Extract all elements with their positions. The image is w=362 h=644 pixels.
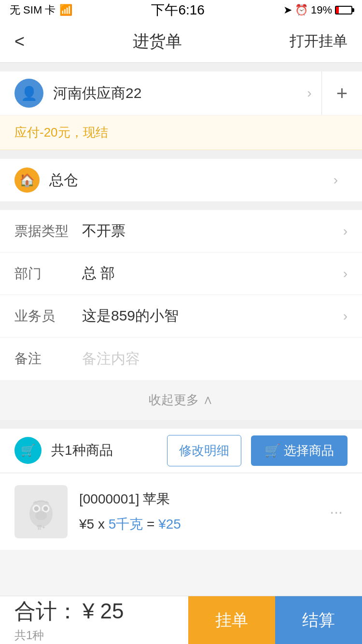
supplier-row[interactable]: 👤 河南供应商22 › bbox=[14, 71, 322, 115]
ticket-type-label: 票据类型 bbox=[14, 222, 82, 240]
section-gap-4 bbox=[0, 420, 362, 429]
product-more-button[interactable]: ··· bbox=[325, 498, 348, 526]
status-time: 下午6:16 bbox=[151, 1, 205, 19]
footer: 合计： ¥ 25 共1种 挂单 结算 bbox=[0, 596, 362, 644]
select-product-button[interactable]: 🛒 选择商品 bbox=[251, 435, 348, 466]
svg-text:管+: 管+ bbox=[37, 524, 45, 530]
status-carrier: 无 SIM 卡 📶 bbox=[10, 3, 72, 17]
salesman-row[interactable]: 业务员 这是859的小智 › bbox=[0, 295, 362, 337]
equals-sign: = bbox=[147, 517, 158, 532]
remark-row[interactable]: 备注 备注内容 bbox=[0, 337, 362, 380]
product-total: ¥25 bbox=[158, 517, 181, 532]
footer-spacer bbox=[0, 550, 362, 598]
select-product-label: 选择商品 bbox=[284, 442, 334, 459]
department-label: 部门 bbox=[14, 265, 82, 283]
wifi-icon: 📶 bbox=[59, 4, 72, 16]
status-indicators: ➤ ⏰ 19% bbox=[283, 4, 352, 16]
section-gap-1 bbox=[0, 63, 362, 71]
product-unit-price: ¥5 bbox=[79, 517, 94, 532]
cart-icon: 🛒 bbox=[21, 444, 35, 457]
product-count: 共1种商品 bbox=[51, 441, 157, 460]
section-gap-3 bbox=[0, 201, 362, 210]
status-bar: 无 SIM 卡 📶 下午6:16 ➤ ⏰ 19% bbox=[0, 0, 362, 20]
supplier-section: 👤 河南供应商22 › + bbox=[0, 71, 362, 115]
product-code: [0000001] bbox=[79, 491, 139, 506]
remark-label: 备注 bbox=[14, 350, 82, 368]
battery-percent: 19% bbox=[311, 4, 332, 16]
battery-icon bbox=[335, 6, 352, 14]
warehouse-icon-symbol: 🏠 bbox=[19, 173, 35, 188]
edit-detail-button[interactable]: 修改明细 bbox=[167, 435, 241, 466]
supplier-chevron-icon: › bbox=[307, 85, 311, 101]
footer-amount: 合计： ¥ 25 bbox=[14, 597, 174, 626]
location-icon: ➤ bbox=[283, 4, 292, 16]
checkout-button[interactable]: 结算 bbox=[275, 596, 362, 644]
product-info: [0000001] 苹果 ¥5 x 5千克 = ¥25 bbox=[79, 490, 313, 533]
supplier-name: 河南供应商22 bbox=[53, 84, 297, 103]
avatar-icon: 👤 bbox=[21, 85, 38, 101]
svg-point-3 bbox=[34, 506, 39, 511]
warehouse-row[interactable]: 🏠 总仓 › bbox=[0, 159, 362, 201]
department-row[interactable]: 部门 总 部 › bbox=[0, 252, 362, 295]
footer-total-label: 合计： bbox=[14, 599, 78, 623]
add-supplier-button[interactable]: + bbox=[322, 83, 348, 104]
product-icon: 🛒 bbox=[14, 437, 42, 464]
footer-total-amount: ¥ 25 bbox=[83, 599, 124, 623]
svg-point-4 bbox=[43, 506, 48, 511]
ticket-type-value: 不开票 bbox=[82, 221, 343, 241]
salesman-label: 业务员 bbox=[14, 307, 82, 325]
product-thumbnail: 管+ bbox=[14, 485, 68, 538]
product-item: 管+ [0000001] 苹果 ¥5 x 5千克 = ¥25 ··· bbox=[0, 474, 362, 550]
product-price: ¥5 x 5千克 = ¥25 bbox=[79, 515, 313, 533]
hold-order-button[interactable]: 挂单 bbox=[188, 596, 275, 644]
salesman-chevron-icon: › bbox=[343, 308, 348, 324]
ticket-type-row[interactable]: 票据类型 不开票 › bbox=[0, 210, 362, 252]
select-cart-icon: 🛒 bbox=[265, 443, 280, 458]
supplier-avatar: 👤 bbox=[14, 79, 43, 108]
form-section: 票据类型 不开票 › 部门 总 部 › 业务员 这是859的小智 › 备注 备注… bbox=[0, 210, 362, 380]
product-qty: 5千克 bbox=[109, 517, 143, 532]
back-button[interactable]: < bbox=[14, 31, 25, 52]
collapse-button[interactable]: 收起更多 ∧ bbox=[0, 380, 362, 420]
payment-notice: 应付-20元，现结 bbox=[0, 115, 362, 150]
product-thumb-owl-icon: 管+ bbox=[22, 492, 60, 531]
department-chevron-icon: › bbox=[343, 266, 348, 281]
product-header: 🛒 共1种商品 修改明细 🛒 选择商品 bbox=[0, 429, 362, 472]
department-value: 总 部 bbox=[82, 264, 343, 283]
carrier-text: 无 SIM 卡 bbox=[10, 3, 56, 17]
warehouse-chevron-icon: › bbox=[334, 172, 338, 188]
warehouse-section: 🏠 总仓 › bbox=[0, 159, 362, 201]
ticket-type-chevron-icon: › bbox=[343, 224, 348, 239]
product-divider bbox=[0, 472, 362, 473]
remark-value: 备注内容 bbox=[82, 349, 348, 369]
multiply-sign: x bbox=[98, 517, 109, 532]
salesman-value: 这是859的小智 bbox=[82, 306, 343, 326]
open-pending-button[interactable]: 打开挂单 bbox=[290, 31, 348, 51]
warehouse-icon: 🏠 bbox=[14, 168, 40, 193]
product-title: 苹果 bbox=[143, 491, 170, 506]
warehouse-name: 总仓 bbox=[49, 170, 324, 190]
nav-bar: < 进货单 打开挂单 bbox=[0, 20, 362, 63]
section-gap-2 bbox=[0, 150, 362, 159]
footer-count: 共1种 bbox=[14, 628, 174, 643]
footer-total-section: 合计： ¥ 25 共1种 bbox=[0, 597, 188, 643]
page-title: 进货单 bbox=[133, 30, 182, 53]
svg-point-5 bbox=[35, 511, 47, 520]
alarm-icon: ⏰ bbox=[295, 4, 308, 16]
product-name: [0000001] 苹果 bbox=[79, 490, 313, 508]
